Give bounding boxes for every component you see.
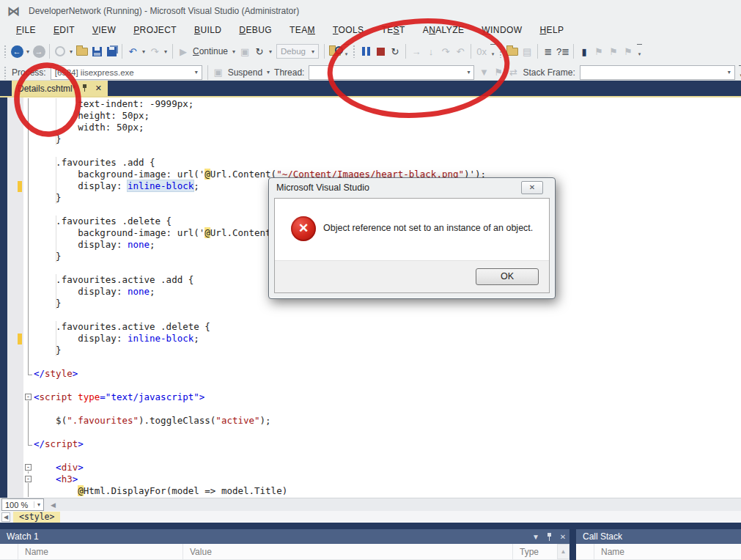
texteditor-overflow-caret[interactable] <box>635 44 644 59</box>
thread-combo[interactable]: ▾ <box>309 65 474 80</box>
solution-configuration-combo[interactable]: Debug▾ <box>276 44 319 59</box>
collapse-region-icon[interactable]: - <box>25 476 32 482</box>
undo-caret[interactable]: ▾ <box>140 48 147 55</box>
debug-toolbar-drag-handle[interactable] <box>353 45 356 58</box>
format-lines-icon[interactable]: ?≣ <box>556 46 569 57</box>
watch-close-icon[interactable]: ✕ <box>556 533 569 541</box>
save-icon[interactable] <box>92 47 102 56</box>
text-editor-toolbar-drag-handle[interactable] <box>499 45 503 58</box>
outlining-margin-cell <box>23 122 34 133</box>
menu-item-debug[interactable]: DEBUG <box>230 23 281 37</box>
outlining-margin-cell <box>23 215 34 227</box>
watch-title-bar[interactable]: Watch 1 ▼ ✕ <box>0 529 569 544</box>
debug-location-drag-handle[interactable] <box>4 66 7 79</box>
error-message-dialog[interactable]: Microsoft Visual Studio ✕ Object referen… <box>268 177 556 299</box>
clear-bookmarks-icon[interactable]: ⚑ <box>624 46 633 57</box>
navigate-backward-icon[interactable]: ← <box>11 45 23 58</box>
find-in-files-icon[interactable] <box>329 48 341 56</box>
restart-caret[interactable]: ▾ <box>267 48 274 55</box>
navigate-menu-caret[interactable]: ▾ <box>67 48 75 55</box>
editor-horizontal-scrollbar[interactable]: 100 % ▾ ◀ <box>0 498 741 511</box>
menu-item-help[interactable]: HELP <box>531 23 572 37</box>
suspend-threads-icon[interactable]: ⇄ <box>509 67 517 78</box>
restart-icon[interactable]: ↻ <box>256 46 264 57</box>
step-into-icon[interactable]: ↓ <box>429 46 434 57</box>
continue-label[interactable]: Continue <box>191 46 230 56</box>
watch-column-type[interactable]: Type <box>513 544 557 559</box>
outlining-margin-cell <box>23 239 34 251</box>
menu-item-project[interactable]: PROJECT <box>125 23 185 37</box>
previous-bookmark-icon[interactable]: ⚑ <box>594 46 603 57</box>
menu-item-window[interactable]: WINDOW <box>473 23 531 37</box>
scroll-left-icon[interactable]: ◀ <box>48 501 58 509</box>
menu-item-edit[interactable]: EDIT <box>45 23 84 37</box>
step-out-icon[interactable]: ↶ <box>457 46 465 57</box>
break-all-icon[interactable] <box>362 47 370 56</box>
menu-item-team[interactable]: TEAM <box>281 23 324 37</box>
stop-debugging-icon[interactable] <box>377 48 385 56</box>
menu-item-analyze[interactable]: ANALYZE <box>414 23 473 37</box>
open-file-icon[interactable] <box>76 48 88 56</box>
collapse-region-icon[interactable]: - <box>25 464 32 471</box>
call-stack-column-name[interactable]: Name <box>594 544 741 559</box>
step-over-icon[interactable]: ↷ <box>442 46 450 57</box>
restart-debugging-icon[interactable]: ↻ <box>391 46 399 57</box>
undo-icon[interactable]: ↶ <box>129 46 137 57</box>
process-combo-caret[interactable]: ▾ <box>191 69 202 75</box>
thread-filter-icon[interactable]: ▼ <box>479 67 489 78</box>
watch-scroll-up-icon[interactable]: ▲ <box>557 544 569 559</box>
suspend-icon[interactable]: ▣ <box>214 67 223 78</box>
float-window-icon[interactable]: ▣ <box>240 46 249 57</box>
find-overflow-caret[interactable] <box>342 44 350 59</box>
stack-frame-combo-caret[interactable]: ▾ <box>724 69 734 75</box>
toggle-bookmark-icon[interactable]: ▮ <box>581 46 586 57</box>
breadcrumb-style-tag[interactable]: <style> <box>13 512 60 523</box>
navigate-forward-icon[interactable]: → <box>33 45 45 58</box>
toolbar-separator <box>405 44 406 59</box>
watch-window-menu-caret[interactable]: ▼ <box>529 533 542 541</box>
navigate-to-icon[interactable] <box>506 48 518 56</box>
menu-item-file[interactable]: FILE <box>7 23 45 37</box>
toolbar-drag-handle[interactable] <box>4 45 7 58</box>
navigate-menu-icon[interactable] <box>55 46 65 56</box>
menu-item-build[interactable]: BUILD <box>185 23 230 37</box>
process-combo[interactable]: [6584] iisexpress.exe▾ <box>51 65 202 80</box>
window-title-bar[interactable]: ⋈ DeveloperNetwork (Running) - Microsoft… <box>0 0 741 22</box>
collapse-region-icon[interactable]: - <box>25 394 32 400</box>
pin-tab-icon[interactable] <box>81 84 88 92</box>
suspend-label[interactable]: Suspend <box>226 67 265 78</box>
menu-item-test[interactable]: TEST <box>372 23 413 37</box>
editor-zoom-combo[interactable]: 100 % ▾ <box>1 498 44 511</box>
watch-column-name[interactable]: Name <box>18 544 183 559</box>
stack-frame-combo[interactable]: ▾ <box>580 65 735 80</box>
menu-item-tools[interactable]: TOOLS <box>324 23 372 37</box>
redo-caret[interactable]: ▾ <box>162 48 169 55</box>
navigate-backward-caret[interactable]: ▾ <box>24 48 32 55</box>
next-bookmark-icon[interactable]: ⚑ <box>609 46 618 57</box>
tab-details-cshtml[interactable]: Details.cshtml* ✕ <box>12 81 108 96</box>
suspend-caret[interactable]: ▾ <box>265 69 272 75</box>
indent-lines-icon[interactable]: ≣ <box>545 46 553 57</box>
breadcrumb-back-icon[interactable]: ◀ <box>1 512 10 522</box>
hex-display-icon[interactable]: 0x <box>476 46 487 57</box>
save-all-icon[interactable] <box>107 47 117 56</box>
debug-location-overflow-caret[interactable] <box>737 65 741 80</box>
watch-column-value[interactable]: Value <box>183 544 513 559</box>
solution-configuration-combo-caret[interactable]: ▾ <box>308 48 318 55</box>
ok-button[interactable]: OK <box>476 268 539 285</box>
continue-caret[interactable]: ▾ <box>230 48 237 55</box>
debug-overflow-caret[interactable] <box>489 44 497 59</box>
dialog-close-button[interactable]: ✕ <box>521 181 543 194</box>
properties-icon[interactable]: ▤ <box>523 46 531 57</box>
editor-zoom-caret[interactable]: ▾ <box>34 501 43 508</box>
continue-icon[interactable]: ▶ <box>180 46 187 57</box>
redo-icon[interactable]: ↷ <box>151 46 159 57</box>
watch-pin-icon[interactable] <box>546 533 553 541</box>
flagged-threads-icon[interactable]: ⚑ <box>495 67 504 78</box>
outlining-margin-cell <box>23 415 34 427</box>
call-stack-title-bar[interactable]: Call Stack <box>576 529 741 544</box>
close-tab-icon[interactable]: ✕ <box>93 84 103 93</box>
menu-item-view[interactable]: VIEW <box>84 23 125 37</box>
thread-combo-caret[interactable]: ▾ <box>463 69 473 75</box>
show-next-statement-icon[interactable]: → <box>412 46 421 57</box>
